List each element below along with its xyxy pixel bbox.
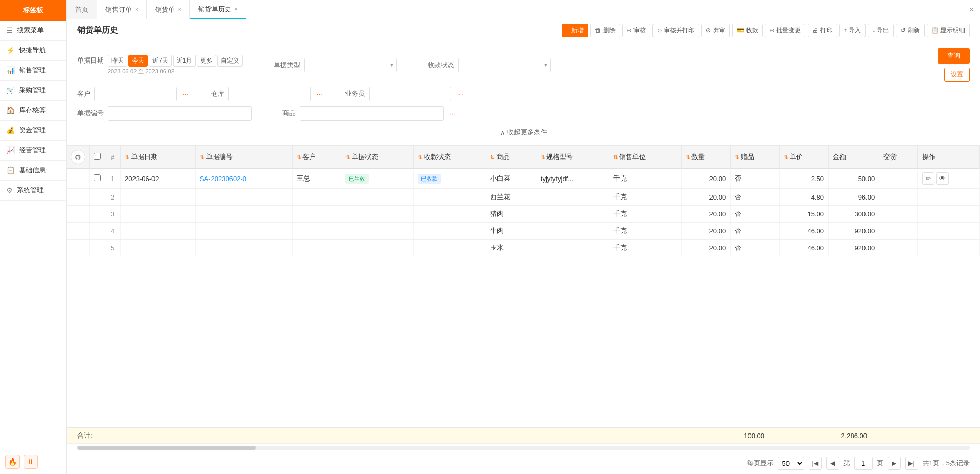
date-btn-today[interactable]: 今天 [128, 55, 148, 67]
row-trade [879, 223, 918, 240]
page-size-select[interactable]: 20 50 100 200 [778, 457, 804, 470]
table-area: ⚙ # ⇅ 单据日期 ⇅ 单据编号 [67, 146, 980, 427]
customer-input[interactable] [94, 87, 177, 101]
sidebar-item-search-menu[interactable]: ☰ 搜索菜单 [0, 21, 66, 41]
col-settings[interactable]: ⚙ [67, 146, 90, 169]
col-unit[interactable]: ⇅ 销售单位 [609, 146, 681, 169]
sidebar-item-inventory[interactable]: 🏠 库存核算 [0, 101, 66, 121]
row-unit: 千克 [609, 240, 681, 256]
tab-sales-order[interactable]: 销售订单 × [97, 0, 147, 19]
last-page-btn[interactable]: ▶| [905, 457, 918, 470]
col-qty[interactable]: ⇅ 数量 [681, 146, 730, 169]
print-review-button[interactable]: ⊙ 审核并打印 [652, 24, 699, 37]
col-price[interactable]: ⇅ 单价 [779, 146, 828, 169]
totals-amount: 2,286.00 [816, 432, 867, 440]
row-unit: 千克 [609, 169, 681, 189]
tab-home[interactable]: 首页 [67, 0, 97, 19]
goods-input[interactable] [300, 106, 444, 121]
review-button[interactable]: ⊙ 审核 [622, 24, 650, 37]
date-btn-custom[interactable]: 自定义 [217, 55, 243, 67]
customer-dots[interactable]: ··· [181, 90, 190, 98]
date-btn-yesterday[interactable]: 昨天 [108, 55, 127, 67]
type-label: 单据类型 [274, 61, 300, 70]
refresh-button[interactable]: ↺ 刷新 [896, 24, 924, 37]
col-price-sort-icon: ⇅ [784, 154, 788, 160]
row-pay-status [414, 189, 486, 206]
col-pay-status[interactable]: ⇅ 收款状态 [414, 146, 486, 169]
sidebar-item-system[interactable]: ⚙ 系统管理 [0, 181, 66, 201]
row-settings-cell [67, 223, 90, 240]
collect-button[interactable]: 💳 收款 [732, 24, 763, 37]
col-goods[interactable]: ⇅ 商品 [486, 146, 536, 169]
action-view-btn[interactable]: 👁 [936, 172, 949, 185]
collapse-button[interactable]: ∧ 收起更多条件 [77, 126, 970, 139]
close-all-tabs-btn[interactable]: × [963, 5, 980, 14]
sidebar-item-base-info[interactable]: 📋 基础信息 [0, 161, 66, 181]
tab-sales-history-close[interactable]: × [235, 6, 238, 12]
tab-sales-goods[interactable]: 销货单 × [147, 0, 190, 19]
horizontal-scrollbar[interactable] [77, 446, 970, 450]
row-amount: 920.00 [829, 240, 879, 256]
goods-dots[interactable]: ··· [448, 110, 457, 117]
row-date [121, 223, 196, 240]
abandon-button[interactable]: ⊘ 弃审 [701, 24, 729, 37]
row-pay-status [414, 206, 486, 223]
page-number-input[interactable] [854, 457, 873, 470]
warehouse-input[interactable] [228, 87, 311, 101]
row-action [918, 206, 980, 223]
staff-input[interactable] [369, 87, 451, 101]
table-row: 2西兰花千克20.00否4.8096.00 [67, 189, 980, 206]
prev-page-btn[interactable]: ◀ [826, 457, 839, 470]
sidebar-footer: 🔥 ⏸ [0, 449, 66, 474]
row-goods: 小白菜 [486, 169, 536, 189]
next-page-btn[interactable]: ▶ [888, 457, 901, 470]
print-button[interactable]: 🖨 打印 [808, 24, 837, 37]
row-gift: 否 [731, 223, 779, 240]
col-doc-status[interactable]: ⇅ 单据状态 [341, 146, 414, 169]
row-amount: 300.00 [829, 206, 879, 223]
col-date[interactable]: ⇅ 单据日期 [121, 146, 196, 169]
row-qty: 20.00 [681, 223, 730, 240]
first-page-btn[interactable]: |◀ [809, 457, 822, 470]
col-gift[interactable]: ⇅ 赠品 [731, 146, 779, 169]
select-all-checkbox[interactable] [94, 153, 101, 160]
display-button[interactable]: 📋 显示明细 [927, 24, 970, 37]
sidebar-item-sales-mgmt[interactable]: 📊 销售管理 [0, 61, 66, 81]
doc-no-input[interactable] [108, 106, 252, 121]
row-gift: 否 [731, 189, 779, 206]
row-doc-no: SA-20230602-0 [195, 169, 292, 189]
date-btn-more[interactable]: 更多 [197, 55, 216, 67]
warehouse-dots[interactable]: ··· [315, 90, 324, 98]
table-settings-gear[interactable]: ⚙ [71, 150, 85, 164]
payment-select[interactable] [458, 58, 551, 72]
row-checkbox[interactable] [94, 174, 101, 181]
col-customer[interactable]: ⇅ 客户 [292, 146, 341, 169]
import-button[interactable]: ↑ 导入 [839, 24, 866, 37]
batch-change-button[interactable]: ⊙ 批量变更 [765, 24, 805, 37]
staff-dots[interactable]: ··· [455, 90, 465, 98]
sidebar-item-operations[interactable]: 📈 经营管理 [0, 141, 66, 161]
col-doc-no[interactable]: ⇅ 单据编号 [195, 146, 292, 169]
tab-sales-order-close[interactable]: × [135, 7, 138, 12]
export-button[interactable]: ↓ 导出 [868, 24, 894, 37]
sidebar-footer-btn2[interactable]: ⏸ [24, 455, 38, 469]
action-edit-btn[interactable]: ✏ [922, 172, 934, 185]
doc-no-link[interactable]: SA-20230602-0 [200, 175, 246, 183]
sidebar-item-quick-nav[interactable]: ⚡ 快捷导航 [0, 41, 66, 61]
col-spec[interactable]: ⇅ 规格型号 [536, 146, 609, 169]
add-button[interactable]: + 新增 [562, 24, 588, 37]
sidebar-footer-btn1[interactable]: 🔥 [5, 455, 20, 469]
row-checkbox-cell [90, 223, 105, 240]
date-btn-1month[interactable]: 近1月 [173, 55, 196, 67]
row-action [918, 223, 980, 240]
sidebar-item-finance[interactable]: 💰 资金管理 [0, 121, 66, 141]
col-unit-sort-icon: ⇅ [613, 154, 618, 160]
sidebar-item-purchase-mgmt[interactable]: 🛒 采购管理 [0, 81, 66, 101]
tab-sales-history[interactable]: 销货单历史 × [190, 0, 246, 19]
query-button[interactable]: 查询 [938, 48, 970, 64]
tab-sales-goods-close[interactable]: × [178, 7, 181, 12]
delete-button[interactable]: 🗑 删除 [590, 24, 620, 37]
date-btn-7days[interactable]: 近7天 [149, 55, 172, 67]
type-select[interactable] [304, 58, 397, 72]
settings-button[interactable]: 设置 [944, 68, 970, 82]
